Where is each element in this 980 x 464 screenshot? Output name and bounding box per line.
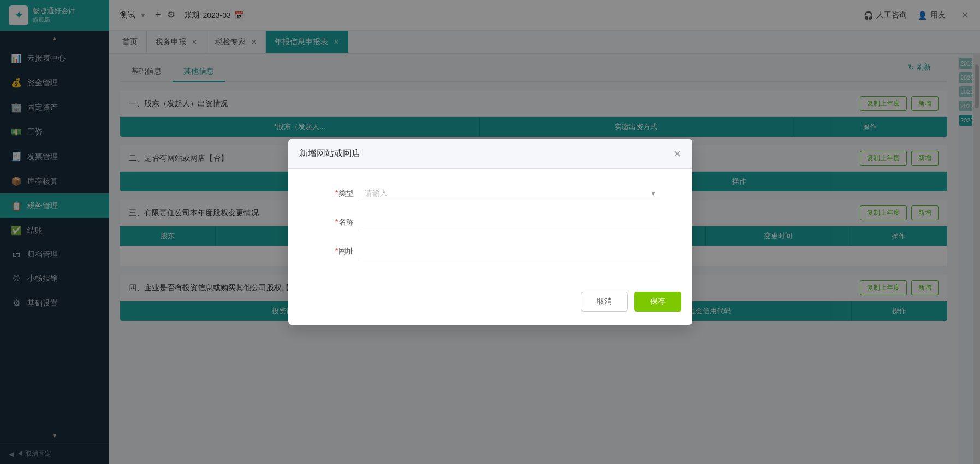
type-required-mark: * [335,189,338,197]
cancel-button[interactable]: 取消 [581,292,628,312]
url-input-wrap [360,243,660,259]
dialog-footer: 取消 保存 [288,283,692,325]
dialog-overlay[interactable]: 新增网站或网店 ✕ *类型 ▾ *名称 [0,0,980,464]
name-input-wrap [360,214,660,230]
name-input[interactable] [360,214,660,230]
dialog-header: 新增网站或网店 ✕ [288,139,692,169]
form-row-type: *类型 ▾ [321,185,660,201]
url-required-mark: * [335,246,338,255]
type-input[interactable] [360,185,660,201]
form-row-name: *名称 [321,214,660,230]
add-website-dialog: 新增网站或网店 ✕ *类型 ▾ *名称 [288,139,692,325]
dialog-title: 新增网站或网店 [299,148,360,160]
type-label: *类型 [321,189,354,198]
type-input-wrap: ▾ [360,185,660,201]
url-label: *网址 [321,246,354,256]
save-button[interactable]: 保存 [634,292,681,312]
url-input[interactable] [360,243,660,259]
form-row-url: *网址 [321,243,660,259]
name-label: *名称 [321,218,354,227]
dialog-body: *类型 ▾ *名称 *网址 [288,169,692,283]
name-required-mark: * [335,218,338,226]
dialog-close-button[interactable]: ✕ [673,149,681,159]
